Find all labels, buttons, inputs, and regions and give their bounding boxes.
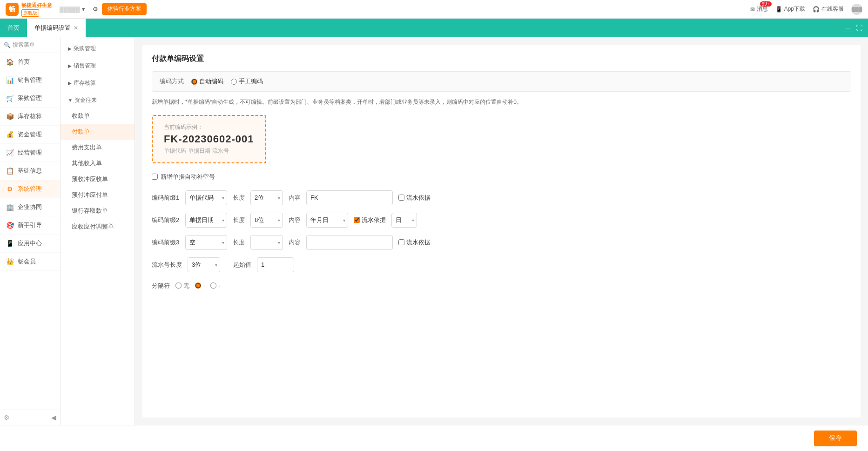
content1-input[interactable]	[306, 190, 393, 205]
sep-none-option[interactable]: 无	[175, 282, 189, 290]
sidebar-collapse-icon[interactable]: ◀	[51, 414, 56, 421]
sub-group-sales-title[interactable]: ▶ 销售管理	[61, 58, 135, 74]
operation-icon: 📈	[6, 148, 14, 157]
minimize-icon[interactable]: ─	[844, 22, 852, 34]
message-item[interactable]: ✉ 消息 99+	[750, 5, 768, 13]
sub-group-fund-title[interactable]: ▼ 资金往来	[61, 93, 135, 108]
stream2-checkbox[interactable]	[354, 217, 360, 223]
sidebar-item-app[interactable]: 📱 应用中心	[0, 235, 60, 253]
stream3-check[interactable]: 流水依据	[398, 238, 431, 247]
sidebar-item-purchase[interactable]: 🛒 采购管理	[0, 89, 60, 108]
arrow-right-icon-3: ▶	[68, 81, 72, 86]
sidebar-item-home-label: 首页	[18, 58, 30, 66]
enterprise-icon: 🏢	[6, 203, 14, 211]
sidebar-item-app-label: 应用中心	[18, 239, 42, 248]
sub-item-advance-receivable[interactable]: 预收冲应收单	[61, 171, 135, 187]
prefix3-label: 编码前缀3	[152, 238, 180, 247]
stream1-label: 流水依据	[406, 194, 431, 202]
period2-select-wrapper: 日 月 年 ▾	[391, 213, 417, 228]
sub-group-inventory-title[interactable]: ▶ 库存核算	[61, 75, 135, 91]
stream1-check[interactable]: 流水依据	[398, 194, 431, 202]
sub-group-purchase-title[interactable]: ▶ 采购管理	[61, 41, 135, 56]
sub-item-advance-payable[interactable]: 预付冲应付单	[61, 187, 135, 203]
sidebar-item-system[interactable]: ⚙ 系统管理	[0, 180, 60, 198]
period2-select[interactable]: 日 月 年	[391, 213, 417, 228]
tab-home[interactable]: 首页	[0, 19, 27, 37]
stream1-checkbox[interactable]	[398, 195, 404, 201]
sidebar-item-home[interactable]: 🏠 首页	[0, 53, 60, 71]
serial-length-select[interactable]: 3位 4位 5位	[188, 257, 220, 272]
start-value-input[interactable]	[257, 257, 294, 272]
content3-input[interactable]	[306, 235, 393, 250]
main-layout: 🔍 搜索菜单 🏠 首页 📊 销售管理 🛒 采购管理 📦 库存核算 💰 资金管理 …	[0, 37, 868, 425]
sidebar-settings-icon[interactable]: ⚙	[4, 414, 10, 421]
online-service-item[interactable]: 🎧 在线客服	[813, 5, 844, 13]
sidebar-item-operation-label: 经营管理	[18, 148, 42, 157]
system-icon: ⚙	[6, 185, 14, 193]
sidebar-search[interactable]: 🔍 搜索菜单	[0, 37, 60, 53]
length1-select[interactable]: 2位 4位	[250, 190, 283, 205]
sub-item-payment[interactable]: 付款单	[61, 124, 135, 140]
sidebar-item-basic[interactable]: 📋 基础信息	[0, 162, 60, 180]
maximize-icon[interactable]: ⛶	[854, 22, 864, 34]
online-service-label: 在线客服	[821, 5, 844, 13]
tab-home-label: 首页	[7, 24, 20, 32]
avatar[interactable]: ▓▓▓	[851, 4, 862, 15]
auto-fill-checkbox[interactable]	[152, 174, 158, 180]
sidebar-item-newguide[interactable]: 🎯 新手引导	[0, 216, 60, 235]
auto-encode-radio[interactable]	[191, 79, 197, 85]
start-value-label: 起始值	[233, 261, 251, 269]
stream3-checkbox[interactable]	[398, 239, 404, 245]
sidebar-item-sales[interactable]: 📊 销售管理	[0, 71, 60, 89]
length2-select[interactable]: 8位 6位 4位	[250, 213, 283, 228]
message-badge: 99+	[760, 1, 772, 7]
prefix3-select[interactable]: 单据代码 单据日期 部门 业务员 空	[185, 235, 227, 250]
preview-label: 当前编码示例：	[164, 123, 254, 131]
sidebar-item-enterprise[interactable]: 🏢 企业协同	[0, 198, 60, 216]
sidebar-item-operation[interactable]: 📈 经营管理	[0, 144, 60, 162]
manual-encode-option[interactable]: 手工编码	[231, 77, 263, 86]
content1-label: 内容	[289, 194, 301, 202]
sub-item-expense[interactable]: 费用支出单	[61, 140, 135, 155]
encode-method-label: 编码方式	[160, 77, 184, 86]
content2-select[interactable]: 年月日 年月 年	[306, 213, 348, 228]
topbar-dropdown[interactable]: ▓▓▓▓▓ ▾	[56, 6, 89, 13]
app-download-item[interactable]: 📱 App下载	[775, 5, 805, 13]
trial-button[interactable]: 体验行业方案	[102, 3, 147, 15]
sidebar-item-fund[interactable]: 💰 资金管理	[0, 126, 60, 144]
inventory-icon: 📦	[6, 112, 14, 121]
sub-item-other-income[interactable]: 其他收入单	[61, 155, 135, 171]
sidebar-item-enterprise-label: 企业协同	[18, 203, 42, 211]
tabbar: 首页 单据编码设置 ✕ ─ ⛶	[0, 19, 868, 37]
encode-method-row: 编码方式 自动编码 手工编码	[152, 71, 851, 92]
save-button[interactable]: 保存	[814, 431, 857, 446]
tab-close-icon[interactable]: ✕	[74, 25, 78, 31]
sidebar-item-inventory[interactable]: 📦 库存核算	[0, 108, 60, 126]
sidebar-item-member[interactable]: 👑 畅会员	[0, 253, 60, 271]
manual-encode-radio[interactable]	[231, 79, 237, 85]
stream3-label: 流水依据	[406, 238, 431, 247]
sep-dash-radio[interactable]	[195, 283, 201, 289]
sub-group-sales: ▶ 销售管理	[61, 58, 135, 74]
sep-dash-option[interactable]: -	[195, 282, 205, 289]
auto-fill-row: 新增单据自动补空号	[152, 173, 851, 181]
auto-encode-option[interactable]: 自动编码	[191, 77, 223, 86]
auto-encode-label: 自动编码	[199, 77, 223, 86]
length3-select[interactable]	[250, 235, 283, 250]
stream2-check[interactable]: 流水依据	[354, 216, 386, 224]
settings-icon[interactable]: ⚙	[93, 6, 98, 13]
sidebar-bottom: ⚙ ◀	[0, 410, 60, 425]
prefix2-label: 编码前缀2	[152, 216, 180, 224]
prefix1-select[interactable]: 单据代码 单据日期 部门 业务员 空	[185, 190, 227, 205]
sep-dot-option[interactable]: ·	[210, 282, 220, 289]
sep-dot-radio[interactable]	[210, 283, 216, 289]
sidebar-item-sales-label: 销售管理	[18, 76, 42, 84]
brand: 畅 畅捷通好生意 旗舰版	[6, 2, 52, 17]
sub-sidebar: ▶ 采购管理 ▶ 销售管理 ▶ 库存核算 ▼ 资金往来 收款单 付款单 费用支出…	[61, 37, 135, 425]
tab-encode-setting[interactable]: 单据编码设置 ✕	[27, 19, 86, 37]
sub-item-bank-deposit[interactable]: 银行存取款单	[61, 203, 135, 219]
sep-none-radio[interactable]	[175, 283, 182, 289]
sub-item-ar-adjust[interactable]: 应收应付调整单	[61, 219, 135, 235]
prefix2-select[interactable]: 单据代码 单据日期 部门 业务员 空	[185, 213, 227, 228]
sub-item-receipt[interactable]: 收款单	[61, 108, 135, 124]
